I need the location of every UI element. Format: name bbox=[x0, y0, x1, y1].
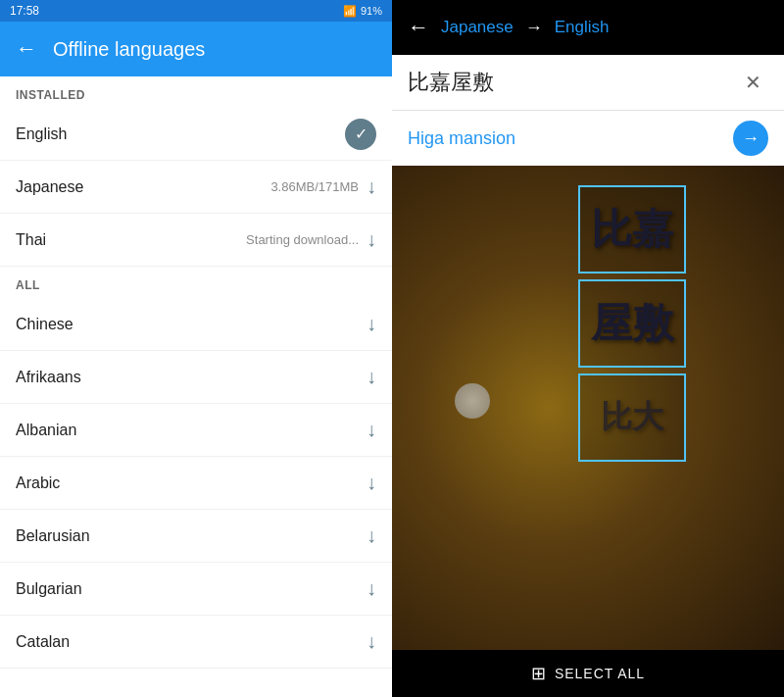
language-item-japanese[interactable]: Japanese 3.86MB/171MB ↓ bbox=[0, 161, 392, 214]
char-box-1: 比嘉 bbox=[578, 185, 686, 274]
language-name-belarusian: Belarusian bbox=[16, 527, 90, 545]
translator-header: ← Japanese → English bbox=[392, 0, 784, 55]
camera-view: 比嘉 屋敷 ⽐⼤ bbox=[392, 166, 784, 650]
go-button[interactable]: → bbox=[733, 121, 768, 156]
char-box-3: ⽐⼤ bbox=[578, 373, 686, 462]
download-icon-arabic[interactable]: ↓ bbox=[367, 472, 376, 494]
translator-panel: ← Japanese → English 比嘉屋敷 ✕ Higa mansion… bbox=[392, 0, 784, 697]
translated-text: Higa mansion bbox=[408, 128, 515, 149]
item-right-thai: Starting download... ↓ bbox=[246, 228, 376, 251]
char-symbol-3: ⽐⼤ bbox=[601, 396, 663, 439]
translation-input-box: 比嘉屋敷 ✕ bbox=[392, 55, 784, 110]
select-all-icon: ⊞ bbox=[531, 663, 547, 684]
download-icon-afrikaans[interactable]: ↓ bbox=[367, 366, 376, 388]
all-section-label: ALL bbox=[0, 267, 392, 298]
status-bar: 17:58 📶 91% bbox=[0, 0, 392, 22]
item-right-english: ✓ bbox=[345, 119, 376, 150]
download-icon-chinese[interactable]: ↓ bbox=[367, 313, 376, 335]
download-icon-bulgarian[interactable]: ↓ bbox=[367, 577, 376, 600]
language-to[interactable]: English bbox=[555, 18, 610, 37]
page-title: Offline languages bbox=[53, 38, 205, 61]
language-name-bulgarian: Bulgarian bbox=[16, 580, 82, 598]
item-right-japanese: 3.86MB/171MB ↓ bbox=[270, 175, 376, 198]
language-item-albanian[interactable]: Albanian ↓ bbox=[0, 404, 392, 457]
bottom-bar: ⊞ SELECT ALL bbox=[392, 650, 784, 697]
language-direction-arrow: → bbox=[525, 18, 543, 38]
translator-back-button[interactable]: ← bbox=[408, 15, 429, 40]
source-text: 比嘉屋敷 bbox=[408, 68, 494, 97]
thai-progress: Starting download... bbox=[246, 232, 359, 247]
language-item-afrikaans[interactable]: Afrikaans ↓ bbox=[0, 351, 392, 404]
download-icon-belarusian[interactable]: ↓ bbox=[367, 524, 376, 547]
language-name-chinese: Chinese bbox=[16, 316, 74, 333]
offline-languages-panel: 17:58 📶 91% ← Offline languages INSTALLE… bbox=[0, 0, 392, 697]
download-icon-catalan[interactable]: ↓ bbox=[367, 630, 376, 653]
language-name-catalan: Catalan bbox=[16, 633, 70, 651]
status-icons: 📶 91% bbox=[343, 5, 382, 18]
header: ← Offline languages bbox=[0, 22, 392, 76]
installed-section-label: INSTALLED bbox=[0, 76, 392, 108]
language-item-catalan[interactable]: Catalan ↓ bbox=[0, 616, 392, 669]
language-name-japanese: Japanese bbox=[16, 178, 83, 196]
language-item-thai[interactable]: Thai Starting download... ↓ bbox=[0, 214, 392, 267]
select-all-label[interactable]: SELECT ALL bbox=[555, 666, 645, 681]
wifi-icon: 📶 bbox=[343, 5, 357, 18]
translation-result-row: Higa mansion → bbox=[392, 110, 784, 166]
language-item-chinese[interactable]: Chinese ↓ bbox=[0, 298, 392, 351]
language-item-belarusian[interactable]: Belarusian ↓ bbox=[0, 510, 392, 563]
language-name-thai: Thai bbox=[16, 231, 46, 249]
language-item-arabic[interactable]: Arabic ↓ bbox=[0, 457, 392, 510]
language-item-english[interactable]: English ✓ bbox=[0, 108, 392, 161]
close-button[interactable]: ✕ bbox=[737, 67, 768, 98]
char-symbol-1: 比嘉 bbox=[591, 202, 673, 257]
language-name-english: English bbox=[16, 125, 67, 143]
back-button[interactable]: ← bbox=[16, 36, 37, 62]
char-box-2: 屋敷 bbox=[578, 279, 686, 368]
download-icon-albanian[interactable]: ↓ bbox=[367, 419, 376, 441]
language-name-afrikaans: Afrikaans bbox=[16, 369, 81, 386]
download-icon-japanese[interactable]: ↓ bbox=[367, 175, 376, 198]
japanese-progress: 3.86MB/171MB bbox=[270, 179, 359, 194]
time: 17:58 bbox=[10, 4, 39, 18]
language-from[interactable]: Japanese bbox=[441, 18, 514, 37]
character-detection-boxes: 比嘉 屋敷 ⽐⼤ bbox=[578, 185, 686, 462]
language-item-bulgarian[interactable]: Bulgarian ↓ bbox=[0, 563, 392, 616]
language-name-arabic: Arabic bbox=[16, 474, 60, 492]
battery-level: 91% bbox=[361, 5, 382, 17]
char-symbol-2: 屋敷 bbox=[591, 296, 673, 351]
downloaded-icon: ✓ bbox=[345, 119, 376, 150]
download-icon-thai[interactable]: ↓ bbox=[367, 228, 376, 251]
language-name-albanian: Albanian bbox=[16, 422, 76, 439]
